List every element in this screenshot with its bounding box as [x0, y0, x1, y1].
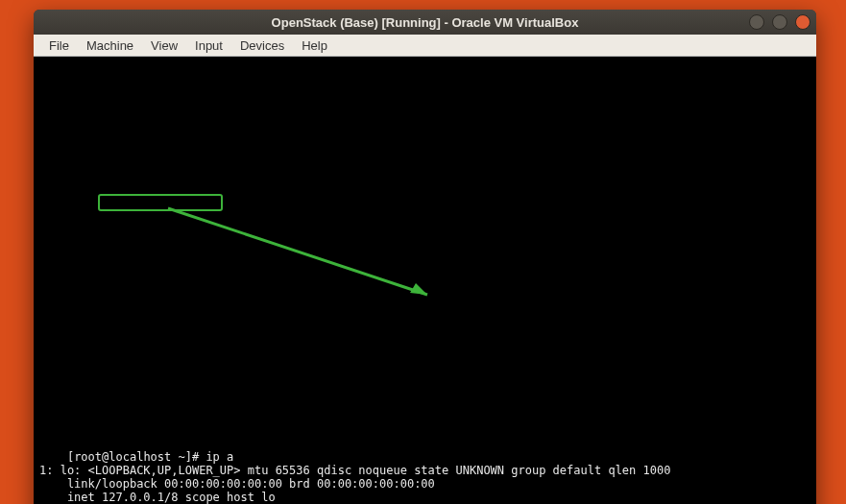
terminal-prompt: [root@localhost ~]# ip a: [67, 450, 233, 464]
menu-view[interactable]: View: [143, 36, 185, 55]
menu-machine[interactable]: Machine: [79, 36, 141, 55]
svg-line-0: [168, 208, 427, 295]
terminal[interactable]: [root@localhost ~]# ip a 1: lo: <LOOPBAC…: [34, 57, 816, 504]
minimize-icon[interactable]: [749, 14, 764, 30]
menu-help[interactable]: Help: [294, 36, 335, 55]
window-controls: [749, 14, 810, 30]
close-icon[interactable]: [795, 14, 810, 30]
menubar: File Machine View Input Devices Help: [34, 35, 816, 57]
ip-highlight-box: [98, 194, 223, 211]
maximize-icon[interactable]: [772, 14, 787, 30]
window-title: OpenStack (Base) [Running] - Oracle VM V…: [34, 15, 816, 30]
terminal-line: link/loopback 00:00:00:00:00:00 brd 00:0…: [39, 477, 435, 491]
titlebar[interactable]: OpenStack (Base) [Running] - Oracle VM V…: [34, 10, 816, 35]
menu-file[interactable]: File: [41, 36, 77, 55]
svg-marker-1: [410, 283, 427, 295]
arrow-annotation-icon: [149, 201, 437, 316]
terminal-line: inet 127.0.0.1/8 scope host lo: [39, 491, 276, 504]
menu-input[interactable]: Input: [187, 36, 230, 55]
menu-devices[interactable]: Devices: [232, 36, 292, 55]
vm-window: OpenStack (Base) [Running] - Oracle VM V…: [34, 10, 816, 504]
terminal-line: 1: lo: <LOOPBACK,UP,LOWER_UP> mtu 65536 …: [39, 464, 670, 477]
